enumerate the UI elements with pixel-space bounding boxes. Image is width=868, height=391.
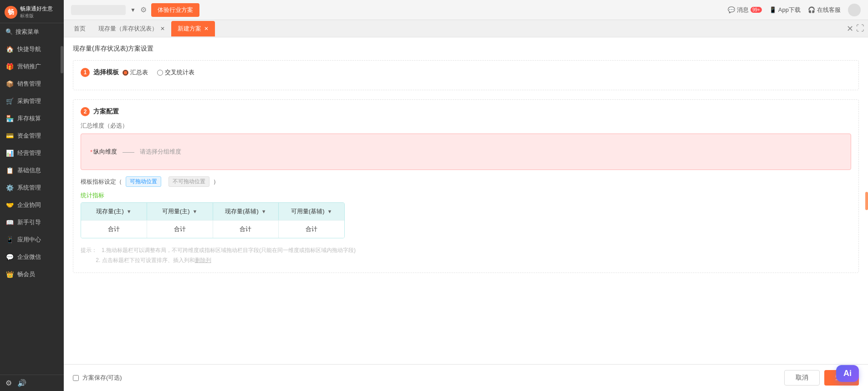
col-main-available-chevron: ▼ — [193, 209, 198, 214]
sidebar-search[interactable]: 🔍 搜索菜单 — [0, 23, 60, 41]
col-main-current-label: 现存量(主) — [96, 207, 124, 216]
radio-cross-label: 交叉统计表 — [165, 68, 194, 77]
sidebar-item-label-quick-nav: 快捷导航 — [17, 45, 41, 53]
user-avatar[interactable] — [848, 4, 861, 16]
sidebar-item-purchase[interactable]: 🛒采购管理 — [0, 93, 60, 110]
sidebar-scrollbar-thumb — [61, 46, 63, 73]
radio-cross-input[interactable] — [157, 70, 163, 76]
stats-table: 现存量(主) ▼ 可用量(主) ▼ 现存量(基辅) ▼ 可用量(基辅) — [81, 202, 345, 238]
tab-new-plan[interactable]: 新建方案✕ — [171, 21, 215, 36]
sidebar-item-quick-nav[interactable]: 🏠快捷导航 — [0, 41, 60, 58]
tips-item2: 2. 点击标题栏下拉可设置排序、插入列和删除列 — [81, 257, 211, 263]
tab-close-new-plan[interactable]: ✕ — [204, 26, 209, 32]
close-window-icon[interactable]: ✕ — [847, 24, 853, 34]
topbar-dropdown-btn[interactable]: ▼ — [130, 7, 136, 13]
inventory-icon: 🏪 — [5, 114, 14, 123]
headset-icon: 🎧 — [808, 6, 815, 13]
topbar-right: 💬 消息 99+ 📱 App下载 🎧 在线客服 — [728, 4, 861, 16]
col-aux-current[interactable]: 现存量(基辅) ▼ — [213, 203, 279, 220]
section-plan-config: 2 方案配置 汇总维度（必选） * 纵向维度 —— 请选择分组维度 模板指标设定… — [73, 99, 859, 273]
sidebar-item-label-inventory: 库存核算 — [17, 114, 41, 123]
messages-item[interactable]: 💬 消息 99+ — [728, 6, 762, 14]
non-draggable-badge: 不可拖动位置 — [168, 176, 209, 187]
audio-icon[interactable]: 🔊 — [17, 379, 26, 387]
radio-summary[interactable]: 汇总表 — [123, 68, 148, 77]
sidebar-item-operations[interactable]: 📊经营管理 — [0, 144, 60, 162]
col-aux-available-label: 可用量(基辅) — [291, 207, 325, 216]
tab-label-new-plan: 新建方案 — [178, 25, 201, 33]
vertical-dimension-label: 纵向维度 — [93, 148, 117, 156]
sidebar-item-marketing[interactable]: 🎁营销推广 — [0, 58, 60, 75]
settings-icon[interactable]: ⚙ — [5, 379, 12, 387]
dimension-box[interactable]: * 纵向维度 —— 请选择分组维度 — [81, 134, 851, 170]
tab-close-inventory-status[interactable]: ✕ — [160, 26, 165, 32]
marketing-icon: 🎁 — [5, 62, 14, 71]
save-plan-label: 方案保存(可选) — [82, 374, 122, 382]
tab-inventory-status[interactable]: 现存量（库存状况表）✕ — [92, 21, 171, 36]
app-version: 标准版 — [20, 13, 53, 19]
sidebar-scrollbar[interactable] — [60, 23, 64, 375]
sidebar-item-label-finance: 资金管理 — [17, 132, 41, 140]
appstore-icon: 📱 — [5, 236, 14, 244]
required-mark: * — [90, 149, 92, 155]
cell-aux-available-sum: 合计 — [279, 221, 344, 238]
sidebar-item-newbie[interactable]: 📖新手引导 — [0, 214, 60, 231]
section1-title: 选择模板 — [93, 68, 119, 77]
stats-body-row: 合计 合计 合计 合计 — [81, 220, 344, 238]
sidebar-item-member[interactable]: 👑畅会员 — [0, 266, 60, 283]
sidebar-item-inventory[interactable]: 🏪库存核算 — [0, 110, 60, 127]
industry-plan-button[interactable]: 体验行业方案 — [151, 3, 199, 17]
sidebar-item-label-member: 畅会员 — [17, 270, 35, 278]
cancel-button[interactable]: 取消 — [784, 370, 820, 386]
topbar-gear-icon[interactable]: ⚙ — [140, 5, 147, 14]
col-main-available[interactable]: 可用量(主) ▼ — [147, 203, 213, 220]
app-logo-icon: 畅 — [5, 6, 17, 19]
indicator-settings: 模板指标设定（ 可拖动位置 不可拖动位置 ） 统计指标 现存量(主) ▼ 可用量 — [81, 176, 851, 238]
radio-summary-input[interactable] — [123, 70, 128, 76]
stats-header-row: 现存量(主) ▼ 可用量(主) ▼ 现存量(基辅) ▼ 可用量(基辅) — [81, 203, 344, 220]
sidebar-item-wechat[interactable]: 💬企业微信 — [0, 248, 60, 266]
messages-badge: 99+ — [751, 7, 762, 13]
topbar-search-input[interactable] — [71, 5, 126, 15]
col-aux-current-chevron: ▼ — [261, 209, 266, 214]
cell-aux-current-sum: 合计 — [213, 221, 279, 238]
online-service-item[interactable]: 🎧 在线客服 — [808, 6, 841, 14]
sidebar-item-system[interactable]: ⚙️系统管理 — [0, 179, 60, 196]
expand-window-icon[interactable]: ⛶ — [856, 24, 864, 33]
col-aux-available[interactable]: 可用量(基辅) ▼ — [279, 203, 344, 220]
sidebar-item-label-corp: 企业协同 — [17, 201, 41, 209]
dimension-placeholder: 请选择分组维度 — [140, 148, 181, 156]
indicator-label-suffix: ） — [213, 178, 219, 186]
section2-title: 方案配置 — [93, 108, 119, 116]
tab-home[interactable]: 首页 — [67, 21, 92, 36]
radio-cross[interactable]: 交叉统计表 — [157, 68, 194, 77]
sidebar-logo: 畅 畅康通好生意 标准版 — [0, 0, 64, 23]
finance-icon: 💳 — [5, 132, 14, 140]
operations-icon: 📊 — [5, 149, 14, 157]
section1-num: 1 — [81, 68, 90, 77]
sidebar-item-label-newbie: 新手引导 — [17, 218, 41, 226]
quick-nav-icon: 🏠 — [5, 45, 14, 53]
sidebar-item-corp[interactable]: 🤝企业协同 — [0, 196, 60, 214]
section2-num: 2 — [81, 107, 90, 116]
stats-label: 统计指标 — [81, 191, 851, 200]
sidebar-item-appstore[interactable]: 📱应用中心 — [0, 231, 60, 248]
cell-main-current-sum: 合计 — [81, 221, 147, 238]
app-download-item[interactable]: 📱 App下载 — [769, 6, 801, 14]
resize-handle[interactable] — [865, 192, 868, 210]
save-plan-checkbox[interactable] — [73, 375, 79, 381]
col-main-current[interactable]: 现存量(主) ▼ — [81, 203, 147, 220]
ai-badge[interactable]: Ai — [836, 365, 859, 382]
topbar-left: ▼ ⚙ 体验行业方案 — [71, 3, 199, 17]
sidebar-item-finance[interactable]: 💳资金管理 — [0, 127, 60, 144]
footer: 方案保存(可选) 取消 查询 — [64, 364, 868, 391]
sidebar-item-sales[interactable]: 📦销售管理 — [0, 75, 60, 93]
sidebar-item-label-marketing: 营销推广 — [17, 62, 41, 71]
topbar: ▼ ⚙ 体验行业方案 💬 消息 99+ 📱 App下载 🎧 在线客服 — [64, 0, 868, 20]
col-aux-current-label: 现存量(基辅) — [225, 207, 259, 216]
sidebar-item-label-sales: 销售管理 — [17, 80, 41, 88]
cell-main-available-sum: 合计 — [147, 221, 213, 238]
col-main-available-label: 可用量(主) — [162, 207, 190, 216]
tabbar: 首页现存量（库存状况表）✕新建方案✕ ✕ ⛶ — [64, 20, 868, 37]
sidebar-item-basic[interactable]: 📋基础信息 — [0, 162, 60, 179]
